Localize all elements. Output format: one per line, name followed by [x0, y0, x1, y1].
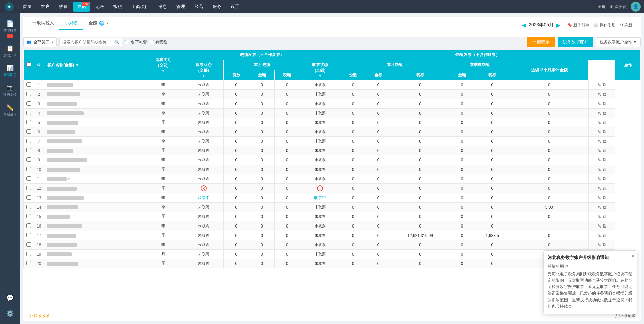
prev-month-btn[interactable]: ◀ — [522, 22, 526, 28]
nav-customer[interactable]: 客户 — [37, 2, 54, 12]
row-checkbox[interactable] — [26, 129, 31, 134]
in-status-filter-icon[interactable]: ▼ — [202, 73, 206, 78]
my-accounts-checkbox[interactable] — [125, 40, 129, 44]
sidebar-item-invoice-entry[interactable]: ✏️ 票据录入 — [0, 101, 20, 120]
copy-icon[interactable]: ⧉ — [603, 120, 606, 125]
copy-icon[interactable]: ⧉ — [603, 204, 606, 210]
row-checkbox[interactable] — [26, 214, 31, 218]
nav-bookkeep[interactable]: 记账 — [91, 2, 108, 12]
edit-icon[interactable]: ✎ — [597, 82, 601, 88]
edit-icon[interactable]: ✎ — [597, 176, 601, 182]
vip-btn[interactable]: ♛ 购会员 — [610, 4, 627, 10]
row-checkbox[interactable] — [26, 205, 31, 209]
my-accounts-checkbox-label[interactable]: 名下帐套 — [125, 39, 147, 45]
sidebar-item-invoice-open[interactable]: 📋 发票开具 — [0, 41, 20, 61]
nav-settings[interactable]: 设置 — [227, 2, 244, 12]
sidebar-item-smart-ticket[interactable]: 📄 智能取票 new — [0, 17, 20, 41]
nav-tax[interactable]: 报税 — [109, 2, 126, 12]
copy-icon[interactable]: ⧉ — [603, 176, 606, 182]
edit-icon[interactable]: ✎ — [597, 233, 601, 238]
edit-icon[interactable]: ✎ — [597, 139, 601, 144]
row-checkbox[interactable] — [26, 223, 31, 228]
copy-icon[interactable]: ⧉ — [603, 91, 606, 97]
row-checkbox[interactable] — [26, 186, 31, 190]
row-checkbox[interactable] — [26, 148, 31, 152]
new-guide-link[interactable]: 🔖 新手引导 — [567, 22, 589, 28]
edit-icon[interactable]: ✎ — [597, 167, 601, 172]
tax-account-btn[interactable]: 税务数字账户 — [558, 37, 593, 47]
tab-small-scale[interactable]: 小规模 — [59, 17, 83, 30]
row-checkbox[interactable] — [26, 167, 31, 171]
customer-search-input[interactable] — [62, 40, 113, 44]
edit-icon[interactable]: ✎ — [597, 111, 601, 116]
copy-icon[interactable]: ⧉ — [603, 82, 606, 88]
row-checkbox[interactable] — [26, 195, 31, 200]
row-checkbox[interactable] — [26, 252, 31, 256]
edit-icon[interactable]: ✎ — [597, 92, 601, 97]
edit-icon[interactable]: ✎ — [597, 223, 601, 229]
app-logo[interactable] — [3, 1, 15, 13]
edit-icon[interactable]: ✎ — [597, 186, 601, 191]
edit-icon[interactable]: ✎ — [597, 120, 601, 125]
edit-icon[interactable]: ✎ — [597, 101, 601, 107]
copy-icon[interactable]: ⧉ — [603, 214, 606, 219]
nav-home[interactable]: 首页 — [19, 2, 36, 12]
tax-policy-link[interactable]: ⓘ 税政政策 — [29, 313, 50, 319]
row-checkbox[interactable] — [26, 176, 31, 181]
row-checkbox[interactable] — [26, 111, 31, 115]
row-checkbox[interactable] — [26, 120, 31, 124]
employee-select[interactable]: 👥 全部员工 ▾ — [23, 37, 57, 47]
edit-icon[interactable]: ✎ — [597, 214, 601, 219]
copy-icon[interactable]: ⧉ — [603, 223, 606, 229]
copy-icon[interactable]: ⧉ — [603, 167, 606, 172]
manual-link[interactable]: 📖 操作手册 — [593, 22, 615, 28]
row-checkbox[interactable] — [26, 82, 31, 87]
row-checkbox[interactable] — [26, 157, 31, 162]
copy-icon[interactable]: ⧉ — [603, 195, 606, 201]
row-checkbox[interactable] — [26, 101, 31, 106]
edit-icon[interactable]: ✎ — [597, 157, 601, 163]
row-checkbox[interactable] — [26, 242, 31, 247]
nav-service[interactable]: 服务 — [209, 2, 225, 12]
row-checkbox[interactable] — [26, 261, 31, 265]
one-click-ticket-btn[interactable]: 一键取票 — [527, 37, 555, 47]
nav-manage[interactable]: 管理 — [172, 2, 189, 12]
copy-icon[interactable]: ⧉ — [603, 157, 606, 163]
nav-business[interactable]: 工商项目 — [127, 2, 153, 12]
copy-icon[interactable]: ⧉ — [603, 148, 606, 153]
nav-operate[interactable]: 经营 — [191, 2, 207, 12]
has-taxpad-checkbox-label[interactable]: 有税盘 — [150, 39, 167, 45]
tax-account-op-btn[interactable]: 税务数字账户操作 ▼ — [596, 37, 641, 47]
row-checkbox[interactable] — [26, 92, 31, 96]
copy-icon[interactable]: ⧉ — [603, 242, 606, 248]
copy-icon[interactable]: ⧉ — [603, 233, 606, 238]
user-avatar[interactable]: 👤 — [631, 2, 641, 12]
tab-general-taxpayer[interactable]: 一般纳税人 — [27, 17, 59, 30]
fullscreen-btn[interactable]: ⛶ 全屏 — [592, 4, 605, 10]
popup-close-btn[interactable]: × — [632, 253, 634, 259]
edit-icon[interactable]: ✎ — [597, 148, 601, 153]
nav-fee[interactable]: 收费 — [55, 2, 72, 12]
edit-icon[interactable]: ✎ — [597, 195, 601, 201]
copy-icon[interactable]: ⧉ — [603, 138, 606, 144]
select-all-checkbox[interactable] — [26, 62, 31, 67]
copy-icon[interactable]: ⧉ — [603, 101, 606, 107]
copy-icon[interactable]: ⧉ — [603, 110, 606, 116]
row-checkbox[interactable] — [26, 233, 31, 237]
out-status-filter-icon[interactable]: ▼ — [318, 73, 322, 78]
row-checkbox[interactable] — [26, 139, 31, 143]
refresh-btn[interactable]: ↺ 刷新 — [620, 22, 632, 28]
copy-icon[interactable]: ⧉ — [603, 129, 606, 135]
sidebar-item-msg[interactable]: 💬 — [5, 291, 15, 305]
has-taxpad-checkbox[interactable] — [150, 40, 154, 44]
edit-icon[interactable]: ✎ — [597, 205, 601, 210]
copy-icon[interactable]: ⧉ — [603, 186, 606, 191]
sidebar-item-scan-upload[interactable]: 📷 扫描上传 — [0, 81, 20, 101]
tab-all[interactable]: 全能 🌐 ▾ — [83, 17, 114, 30]
nav-invoice[interactable]: 票据 new — [73, 2, 90, 12]
sidebar-item-invoice-summary[interactable]: 📊 票据汇总 — [0, 61, 20, 81]
sidebar-item-set[interactable]: ⚙️ — [5, 307, 15, 321]
settings-icon[interactable]: ⚙ — [37, 63, 41, 67]
next-month-btn[interactable]: ▶ — [556, 22, 560, 28]
nav-message[interactable]: 消息 — [154, 2, 171, 12]
